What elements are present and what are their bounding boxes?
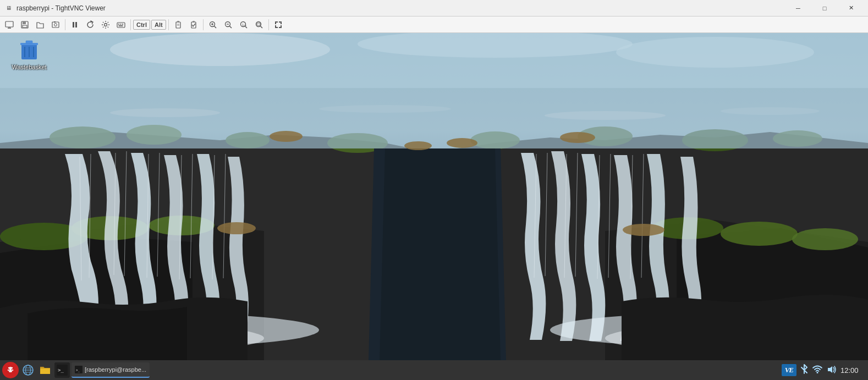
- svg-text:1:1: 1:1: [242, 23, 247, 26]
- svg-rect-15: [122, 24, 123, 25]
- set-clipboard-button[interactable]: [186, 18, 201, 31]
- svg-text:>_: >_: [58, 367, 64, 373]
- svg-point-11: [105, 23, 107, 26]
- toolbar-separator-2: [130, 19, 131, 30]
- volume-icon[interactable]: [826, 365, 837, 376]
- alt-label[interactable]: Alt: [151, 20, 166, 30]
- svg-point-60: [110, 108, 220, 117]
- svg-line-32: [245, 26, 247, 28]
- ctrl-label[interactable]: Ctrl: [133, 20, 150, 30]
- zoom-out-button[interactable]: [221, 18, 235, 31]
- toolbar: Ctrl Alt 1:1: [0, 16, 868, 33]
- svg-rect-8: [54, 21, 56, 23]
- toolbar-separator-5: [268, 19, 269, 30]
- svg-point-61: [319, 105, 451, 113]
- wastebasket-image: [18, 38, 40, 60]
- wastebasket-icon[interactable]: Wastebasket: [10, 38, 48, 71]
- window-controls: ─ □ ✕: [785, 0, 864, 16]
- svg-point-97: [8, 370, 9, 371]
- taskbar: >_ >_ [raspberrypi@raspbe... VE: [0, 360, 868, 380]
- get-clipboard-button[interactable]: [171, 18, 185, 31]
- zoom-actual-button[interactable]: 1:1: [237, 18, 251, 31]
- svg-point-38: [110, 33, 330, 66]
- svg-rect-9: [73, 22, 74, 27]
- svg-line-34: [260, 26, 262, 28]
- desktop-background: [0, 33, 868, 360]
- zoom-fit-button[interactable]: [252, 18, 266, 31]
- svg-point-53: [721, 222, 798, 246]
- svg-line-26: [214, 26, 216, 28]
- pause-button[interactable]: [68, 18, 82, 31]
- svg-rect-4: [23, 21, 26, 24]
- toolbar-separator-3: [168, 19, 169, 30]
- load-button[interactable]: [33, 18, 47, 31]
- title-bar: 🖥 raspberrypi - TightVNC Viewer ─ □ ✕: [0, 0, 868, 16]
- svg-point-62: [545, 111, 666, 120]
- svg-rect-90: [26, 41, 32, 43]
- svg-point-95: [8, 367, 9, 368]
- svg-rect-6: [52, 22, 59, 27]
- svg-rect-18: [177, 21, 179, 23]
- svg-rect-16: [119, 25, 123, 26]
- svg-rect-5: [23, 25, 27, 27]
- svg-point-83: [404, 141, 432, 150]
- svg-point-98: [12, 370, 13, 371]
- toolbar-separator-4: [203, 19, 204, 30]
- window-title: raspberrypi - TightVNC Viewer: [17, 4, 785, 12]
- svg-rect-12: [117, 23, 125, 27]
- minimize-button[interactable]: ─: [785, 0, 811, 16]
- terminal-app-button[interactable]: >_ [raspberrypi@raspbe...: [72, 362, 150, 378]
- svg-rect-13: [118, 24, 119, 25]
- svg-rect-59: [0, 88, 868, 148]
- wifi-icon[interactable]: [812, 365, 823, 376]
- browser-button[interactable]: [20, 362, 36, 378]
- new-connection-button[interactable]: [2, 18, 17, 31]
- svg-point-87: [623, 224, 664, 236]
- svg-point-40: [616, 37, 814, 68]
- svg-rect-10: [75, 22, 77, 27]
- raspberrypi-menu-button[interactable]: [2, 362, 19, 378]
- svg-rect-0: [6, 21, 13, 27]
- bluetooth-icon[interactable]: [800, 364, 809, 377]
- save-button[interactable]: [18, 18, 32, 31]
- keys-button[interactable]: [114, 18, 128, 31]
- close-button[interactable]: ✕: [838, 0, 864, 16]
- app-icon: 🖥: [4, 4, 13, 13]
- svg-rect-1: [8, 27, 11, 29]
- ve-badge[interactable]: VE: [782, 364, 796, 376]
- zoom-in-button[interactable]: [206, 18, 220, 31]
- toolbar-separator-1: [65, 19, 65, 30]
- files-button[interactable]: [37, 362, 53, 378]
- svg-point-96: [12, 367, 13, 368]
- maximize-button[interactable]: □: [812, 0, 837, 16]
- svg-point-84: [447, 138, 477, 148]
- refresh-button[interactable]: [83, 18, 97, 31]
- options-button[interactable]: [98, 18, 113, 31]
- svg-point-7: [54, 23, 57, 26]
- terminal-button[interactable]: >_: [54, 362, 70, 378]
- svg-line-29: [229, 26, 232, 28]
- screenshot-button[interactable]: [48, 18, 63, 31]
- svg-point-54: [792, 228, 858, 250]
- svg-rect-35: [257, 23, 260, 25]
- desktop[interactable]: Wastebasket: [0, 33, 868, 360]
- svg-point-82: [270, 131, 303, 142]
- fullscreen-button[interactable]: [271, 18, 285, 31]
- svg-point-85: [560, 132, 595, 143]
- svg-rect-14: [120, 24, 122, 25]
- svg-text:>_: >_: [76, 368, 80, 372]
- terminal-app-label: [raspberrypi@raspbe...: [85, 366, 146, 373]
- svg-point-108: [817, 372, 818, 373]
- system-tray: VE 12:00: [777, 364, 866, 377]
- wastebasket-label: Wastebasket: [10, 63, 48, 71]
- svg-rect-22: [193, 21, 195, 23]
- svg-point-63: [721, 107, 820, 115]
- clock[interactable]: 12:00: [840, 366, 861, 375]
- svg-point-86: [217, 222, 256, 234]
